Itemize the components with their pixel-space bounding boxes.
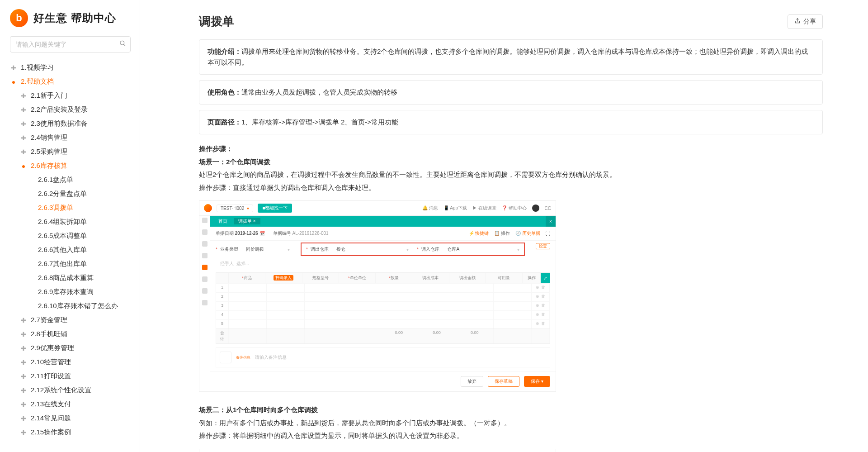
nav-2-6-2[interactable]: 2.6.2分量盘点单 xyxy=(10,187,131,201)
nav-2-15[interactable]: ✚2.15操作案例 xyxy=(10,425,131,439)
nav-help-docs[interactable]: ●2.帮助文档 xyxy=(10,75,131,89)
nav-2-6-6[interactable]: 2.6.6其他入库单 xyxy=(10,243,131,257)
role-box: 使用角色：通常由业务人员发起调拨，仓管人员完成实物的转移 xyxy=(199,80,823,105)
tab-home: 首页 xyxy=(214,218,232,224)
brand: b 好生意 帮助中心 xyxy=(10,9,131,27)
close-icon: × xyxy=(546,216,556,227)
rail-icon xyxy=(202,218,208,223)
nav-2-4[interactable]: ✚2.4销售管理 xyxy=(10,131,131,145)
search-input[interactable] xyxy=(10,36,131,52)
path-box: 页面路径：1、库存核算->库存管理->调拨单 2、首页->常用功能 xyxy=(199,110,823,134)
plus-icon: ✚ xyxy=(10,64,17,71)
plus-icon: ✚ xyxy=(20,120,27,128)
nav-2-6-1[interactable]: 2.6.1盘点单 xyxy=(10,173,131,187)
plus-icon: ✚ xyxy=(20,317,27,324)
remark-box: 备注信息 请输入备注信息 xyxy=(216,347,550,367)
nav-2-14[interactable]: ✚2.14常见问题 xyxy=(10,411,131,425)
minus-icon: ● xyxy=(20,162,27,170)
nav-video-learning[interactable]: ✚1.视频学习 xyxy=(10,61,131,75)
scenario-1-steps: 操作步骤：直接通过单据头的调出仓库和调入仓库来处理。 xyxy=(199,181,823,195)
rail-icon xyxy=(202,253,208,258)
nav-2-7[interactable]: ✚2.7资金管理 xyxy=(10,313,131,327)
plus-icon: ✚ xyxy=(20,373,27,380)
left-rail xyxy=(199,216,210,391)
plus-icon: ✚ xyxy=(20,134,27,142)
help-link: ❓ 帮助中心 xyxy=(502,205,527,211)
plus-icon: ✚ xyxy=(20,345,27,352)
nav-2-11[interactable]: ✚2.11打印设置 xyxy=(10,369,131,383)
svg-point-0 xyxy=(120,41,124,45)
save-btn: 保存 ▾ xyxy=(524,376,550,387)
detail-table: *商品 扫码录入 规格型号 *单位单位 *数量 调出成本 调出金额 可用量 操作 xyxy=(216,272,550,344)
nav-2-10[interactable]: ✚2.10经营管理 xyxy=(10,355,131,369)
plus-icon: ✚ xyxy=(20,148,27,156)
rail-icon xyxy=(202,229,208,235)
tab-bar: 首页 调拨单 × × xyxy=(210,216,556,227)
plus-icon: ✚ xyxy=(20,359,27,366)
search-icon[interactable] xyxy=(119,40,126,49)
nav-2-8[interactable]: ✚2.8手机旺铺 xyxy=(10,327,131,341)
chevron-down-icon: ▾ xyxy=(247,206,249,211)
sidebar: b 好生意 帮助中心 ✚1.视频学习 ●2.帮助文档 ✚2.1新手入门 ✚2.2… xyxy=(0,0,140,452)
nav-2-6-7[interactable]: 2.6.7其他出库单 xyxy=(10,257,131,271)
share-icon xyxy=(794,18,801,25)
nav-2-6-5[interactable]: 2.6.5成本调整单 xyxy=(10,229,131,243)
ops-link: 📋 操作 xyxy=(494,230,510,237)
video-link: ▶ 在线课堂 xyxy=(472,205,496,211)
plus-icon: ✚ xyxy=(20,387,27,394)
global-search-btn: ■都能找一下 xyxy=(258,204,292,213)
nav-2-6-3[interactable]: 2.6.3调拨单 xyxy=(10,201,131,215)
logo-icon: b xyxy=(10,9,28,27)
rail-icon xyxy=(202,288,208,294)
nav-2-6[interactable]: ●2.6库存核算 xyxy=(10,159,131,173)
steps-label: 操作步骤： xyxy=(199,145,233,152)
nav-2-5[interactable]: ✚2.5采购管理 xyxy=(10,145,131,159)
save-draft-btn: 保存草稿 xyxy=(488,376,519,387)
plus-icon: ✚ xyxy=(20,401,27,408)
plus-icon: ✚ xyxy=(20,415,27,422)
setting-btn: 设置 xyxy=(536,243,550,249)
chevron-down-icon: ▾ xyxy=(288,247,290,252)
share-button[interactable]: 分享 xyxy=(788,14,823,29)
rail-icon-active xyxy=(202,265,208,270)
mini-logo-icon xyxy=(204,204,212,212)
attachment-icon xyxy=(220,352,231,363)
highlight-box: *调出仓库 餐仓▾ *调入仓库 仓库A▾ xyxy=(301,243,525,256)
main-content: 调拨单 分享 功能介绍：调拨单用来处理仓库间货物的转移业务。支持2个仓库间的调拨… xyxy=(140,0,868,452)
history-link: 🕘 历史单据 xyxy=(515,230,540,237)
nav-2-13[interactable]: ✚2.13在线支付 xyxy=(10,397,131,411)
scenario-2-desc: 例如：用户有多个门店或办事处，新品到货后，需要从总仓同时向多个门店或办事处调拨。… xyxy=(199,417,823,430)
nav-2-3[interactable]: ✚2.3使用前数据准备 xyxy=(10,117,131,131)
page-title: 调拨单 xyxy=(199,14,234,29)
required-icon: * xyxy=(216,247,217,252)
plus-icon: ✚ xyxy=(20,429,27,436)
scenario-1-title: 场景一：2个仓库间调拨 xyxy=(199,158,270,166)
nav-2-6-9[interactable]: 2.6.9库存账本查询 xyxy=(10,285,131,299)
expand-icon: ⤢ xyxy=(541,273,550,283)
nav-2-6-10[interactable]: 2.6.10库存账本错了怎么办 xyxy=(10,299,131,313)
msg-link: 🔔 消息 xyxy=(422,205,438,211)
nav-tree: ✚1.视频学习 ●2.帮助文档 ✚2.1新手入门 ✚2.2产品安装及登录 ✚2.… xyxy=(10,61,131,439)
nav-2-6-8[interactable]: 2.6.8商品成本重算 xyxy=(10,271,131,285)
rail-icon xyxy=(202,300,208,305)
nav-2-2[interactable]: ✚2.2产品安装及登录 xyxy=(10,103,131,117)
app-link: 📱 App下载 xyxy=(443,205,467,211)
screenshot-1: TEST-H002▾ ■都能找一下 🔔 消息 📱 App下载 ▶ 在线课堂 ❓ … xyxy=(199,200,556,392)
expand-icon: ⛶ xyxy=(546,231,550,236)
nav-2-12[interactable]: ✚2.12系统个性化设置 xyxy=(10,383,131,397)
minus-icon: ● xyxy=(10,78,17,86)
scenario-1-desc: 处理2个仓库之间的商品调拨，在调拨过程中不会发生商品数量的不一致性。主要处理近距… xyxy=(199,168,823,181)
plus-icon: ✚ xyxy=(20,331,27,338)
nav-2-9[interactable]: ✚2.9优惠券管理 xyxy=(10,341,131,355)
discard-btn: 放弃 xyxy=(461,376,483,387)
avatar-icon xyxy=(532,205,539,212)
plus-icon: ✚ xyxy=(20,92,27,100)
user-name: CC xyxy=(545,206,551,211)
rail-icon xyxy=(202,276,208,282)
svg-line-1 xyxy=(123,44,125,46)
nav-2-6-4[interactable]: 2.6.4组装拆卸单 xyxy=(10,215,131,229)
nav-2-1[interactable]: ✚2.1新手入门 xyxy=(10,89,131,103)
org-selector: TEST-H002▾ xyxy=(217,205,253,212)
rail-icon xyxy=(202,241,208,247)
intro-box: 功能介绍：调拨单用来处理仓库间货物的转移业务。支持2个仓库间的调拨，也支持多个仓… xyxy=(199,39,823,75)
